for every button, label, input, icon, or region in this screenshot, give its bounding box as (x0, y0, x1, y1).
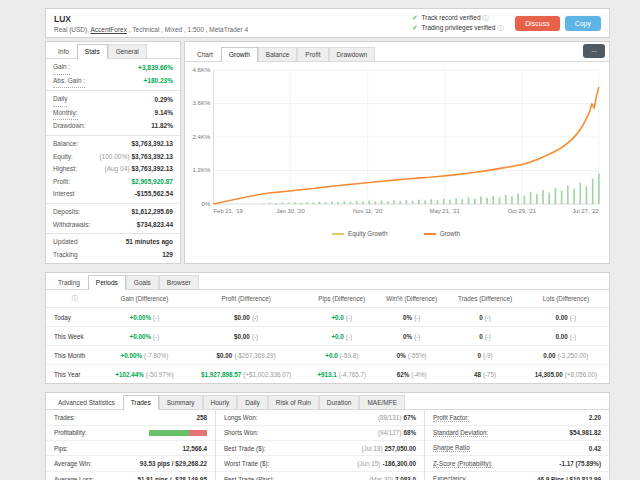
stat-value-note: (94/127) (378, 429, 401, 436)
tab-balance[interactable]: Balance (258, 47, 298, 61)
stat-label: Average Loss: (54, 476, 94, 480)
cell-value: +102.44% (115, 371, 144, 378)
tab-goals[interactable]: Goals (126, 275, 159, 289)
period-cell: 0(-) (447, 327, 522, 346)
trading-privileges-verified: ✓ Trading privileges verified ⓘ (412, 23, 503, 33)
stat-label: Worst Trade ($): (224, 460, 269, 467)
tab-risk-of-ruin[interactable]: Risk of Ruin (268, 395, 319, 409)
growth-chart-wrap: 0%1.2K%2.4K%3.6K%4.8K%Feb 21, '19Jan 30,… (185, 62, 609, 242)
broker-link[interactable]: AccentForex (90, 26, 127, 33)
tab-duration[interactable]: Duration (319, 395, 360, 409)
stat-label: Daily (53, 93, 67, 107)
period-cell: 0(-) (447, 308, 522, 327)
growth-chart: 0%1.2K%2.4K%3.6K%4.8K%Feb 21, '19Jan 30,… (187, 64, 605, 224)
growth-line-swatch (424, 233, 436, 235)
tab-periods[interactable]: Periods (88, 275, 126, 290)
svg-text:May 21, '21: May 21, '21 (430, 208, 460, 214)
stat-value: (Jun 15)-186,300.00 (357, 460, 416, 467)
cell-difference: (-7.80%) (144, 352, 168, 359)
stat-value: 51 minutes ago (126, 236, 173, 249)
periods-table: ⓘGain (Difference)Profit (Difference)Pip… (46, 290, 609, 383)
stat-label: Balance: (53, 138, 78, 151)
periods-tabbar: TradingPeriodsGoalsBrowser (46, 273, 609, 290)
period-row-today: Today+0.00%(-)$0.00(-)+0.0(-)0%(-)0(-)0.… (46, 308, 609, 327)
stat-row-profit-factor: Profit Factor:2.20 (425, 410, 609, 425)
check-icon: ✓ (412, 24, 417, 31)
legend-equity-growth[interactable]: Equity Growth (332, 230, 388, 237)
chart-tabbar: ChartGrowthBalanceProfitDrawdown... (185, 42, 609, 62)
period-row-this-month: This Month+0.00%(-7.80%)$0.00(-$267,369.… (46, 346, 609, 365)
stat-value-note: (100.00%) (99, 153, 129, 160)
period-label: This Week (46, 327, 104, 346)
svg-text:Oct 29, '21: Oct 29, '21 (508, 208, 536, 214)
cell-value: +0.00% (129, 333, 151, 340)
stat-value: 93.53 pips / $29,268.22 (140, 460, 207, 467)
copy-button[interactable]: Copy (565, 16, 601, 31)
tab-chart[interactable]: Chart (189, 47, 221, 61)
stat-row-updated: Updated51 minutes ago (46, 236, 180, 249)
stat-label: Updated (53, 236, 78, 249)
track-record-verified: ✓ Track record verified ⓘ (412, 13, 503, 23)
cell-difference: (-) (252, 333, 258, 340)
stat-label: Equity: (53, 151, 73, 164)
tab-mae-mfe[interactable]: MAE/MFE (359, 395, 405, 409)
discuss-button[interactable]: Discuss (515, 16, 560, 31)
account-page: LUX Real (USD), AccentForex , Technical … (0, 0, 640, 480)
stat-label: Abs. Gain : (53, 75, 85, 89)
legend-growth[interactable]: Growth (424, 230, 460, 237)
account-title: LUX (54, 14, 248, 24)
tab-general[interactable]: General (108, 44, 147, 58)
svg-text:4.8K%: 4.8K% (192, 67, 211, 73)
stat-value-note: (Mar 30) (369, 476, 393, 480)
period-cell: $0.00(-$267,369.29) (185, 346, 308, 365)
legend-growth-label: Growth (440, 230, 460, 237)
stat-label: Best Trade (Pips): (224, 476, 274, 480)
stat-value-note: (Aug 04) (104, 165, 129, 172)
chart-menu-button[interactable]: ... (583, 44, 605, 58)
stat-label: Standard Deviation: (433, 429, 488, 437)
tab-drawdown[interactable]: Drawdown (329, 47, 376, 61)
stats-group: Updated51 minutes agoTracking129 (46, 233, 180, 263)
period-cell: 0.00(-) (523, 308, 609, 327)
advanced-columns: Trades:258Profitability:Pips:12,566.4Ave… (46, 410, 609, 480)
stat-value: (Aug 04)$3,763,392.13 (104, 163, 173, 176)
tab-advanced-statistics[interactable]: Advanced Statistics (50, 395, 123, 409)
stat-row-average-loss: Average Loss:-51.81 pips / -$28,149.95 (46, 472, 215, 480)
stat-label: Monthly: (53, 107, 78, 121)
stat-value: $734,823.44 (137, 219, 173, 232)
tab-trading[interactable]: Trading (50, 275, 88, 289)
period-cell: 48(-75) (447, 365, 522, 384)
account-identity: LUX Real (USD), AccentForex , Technical … (54, 14, 248, 33)
stat-value: 11.82% (151, 120, 173, 133)
column-header-profit-difference: Profit (Difference) (185, 290, 308, 308)
stat-row-average-win: Average Win:93.53 pips / $29,268.22 (46, 456, 215, 471)
stat-row-z-score-probability: Z-Score (Probability):-1.17 (75.89%) (425, 456, 609, 471)
stat-value: 129 (162, 249, 173, 262)
stats-group: Balance:$3,763,392.13Equity:(100.00%)$3,… (46, 135, 180, 203)
tab-browser[interactable]: Browser (159, 275, 199, 289)
stat-label: Tracking (53, 249, 78, 262)
stat-row-balance: Balance:$3,763,392.13 (46, 138, 180, 151)
periods-info-icon[interactable]: ⓘ (46, 290, 104, 308)
stat-label: Interest (53, 188, 75, 201)
info-icon[interactable]: ⓘ (497, 25, 503, 31)
tab-stats[interactable]: Stats (77, 44, 108, 59)
tab-growth[interactable]: Growth (221, 47, 258, 62)
stat-row-profit: Profit:$2,905,920.87 (46, 176, 180, 189)
cell-difference: (-59.8) (340, 352, 359, 359)
svg-text:Nov 11, '20: Nov 11, '20 (353, 208, 383, 214)
tab-hourly[interactable]: Hourly (203, 395, 238, 409)
chart-legend: Equity Growth Growth (187, 228, 605, 242)
tab-daily[interactable]: Daily (237, 395, 267, 409)
tab-trades[interactable]: Trades (123, 395, 159, 410)
tab-summary[interactable]: Summary (159, 395, 203, 409)
stat-row-tracking: Tracking129 (46, 249, 180, 262)
advanced-statistics-panel: Advanced StatisticsTradesSummaryHourlyDa… (45, 392, 610, 480)
tab-profit[interactable]: Profit (297, 47, 328, 61)
stats-group: Deposits:$1,612,295.69Withdrawals:$734,8… (46, 203, 180, 233)
tab-info[interactable]: Info (50, 44, 77, 58)
info-icon[interactable]: ⓘ (482, 15, 488, 21)
cell-difference: (-) (252, 314, 258, 321)
cell-difference: (+8,056.00) (565, 371, 597, 378)
period-cell: 0%(-55%) (376, 346, 447, 365)
